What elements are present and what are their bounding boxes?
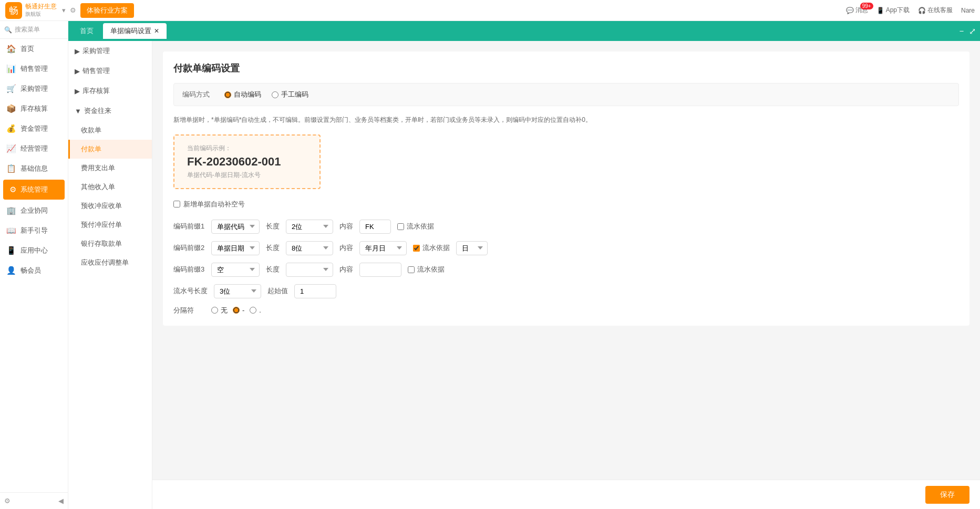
auto-fill-row: 新增单据自动补空号 — [173, 200, 959, 209]
prefix1-serial-check[interactable]: 流水依据 — [397, 222, 434, 231]
manual-code-radio[interactable] — [272, 91, 278, 98]
tab-home[interactable]: 首页 — [73, 23, 101, 39]
auto-code-option[interactable]: 自动编码 — [224, 90, 261, 99]
online-service-label: 在线客服 — [927, 6, 953, 15]
sub-header-capital[interactable]: ▼ 资金往来 — [68, 101, 152, 121]
footer-bar: 保存 — [152, 480, 980, 509]
prefix2-content-select[interactable]: 年月日 年月 年 — [359, 241, 407, 255]
top-bar-right: 💬 消息 99+ 📱 App下载 🎧 在线客服 Nare — [846, 6, 975, 15]
industry-button[interactable]: 体验行业方案 — [80, 3, 134, 18]
sub-item-bank-deposit[interactable]: 银行存取款单 — [68, 234, 152, 253]
sidebar-item-inventory[interactable]: 📦 库存核算 — [0, 99, 68, 119]
messages-button[interactable]: 💬 消息 99+ — [846, 6, 868, 15]
prefix1-select[interactable]: 单据代码 空 单据日期 — [211, 220, 260, 234]
prefix1-label: 编码前缀1 — [173, 222, 205, 231]
online-service-button[interactable]: 🎧 在线客服 — [918, 6, 953, 15]
tab-close-icon[interactable]: ✕ — [154, 27, 159, 35]
search-menu[interactable]: 🔍 搜索菜单 — [0, 21, 68, 39]
sidebar-label-system: 系统管理 — [20, 185, 48, 194]
prefix3-label: 编码前缀3 — [173, 265, 205, 274]
top-bar-mid: ▾ ⚙ 体验行业方案 — [62, 3, 134, 18]
auto-fill-checkbox[interactable] — [173, 201, 180, 207]
prefix1-length-select[interactable]: 2位 4位 6位 — [286, 220, 333, 234]
tab-minimize-icon[interactable]: － — [957, 26, 966, 37]
prefix3-content-input[interactable] — [359, 263, 401, 277]
sub-header-purchase[interactable]: ▶ 采购管理 — [68, 41, 152, 61]
sub-item-prepay-receipt[interactable]: 预收冲应收单 — [68, 196, 152, 215]
sidebar-item-sales[interactable]: 📊 销售管理 — [0, 59, 68, 79]
prefix3-length-label: 长度 — [266, 265, 280, 274]
sep-dot-radio[interactable] — [250, 307, 256, 314]
sep-dash-radio[interactable] — [233, 307, 240, 314]
sub-group-capital: ▼ 资金往来 收款单 付款单 费用支出单 其他收入单 预收冲应收单 预付冲应付单… — [68, 101, 152, 272]
save-button[interactable]: 保存 — [925, 486, 969, 504]
prefix2-serial-check[interactable]: 流水依据 — [413, 243, 450, 253]
sidebar-item-purchase[interactable]: 🛒 采购管理 — [0, 79, 68, 99]
separator-label: 分隔符 — [173, 306, 205, 315]
sidebar-label-apps: 应用中心 — [20, 246, 48, 255]
user-info[interactable]: Nare — [961, 7, 975, 14]
auto-code-radio[interactable] — [224, 91, 231, 98]
page-content: 付款单编码设置 编码方式 自动编码 手工编码 — [152, 41, 980, 480]
guide-icon: 📖 — [6, 226, 16, 235]
sidebar-item-member[interactable]: 👤 畅会员 — [0, 261, 68, 281]
prefix2-length-select[interactable]: 8位 4位 6位 — [286, 241, 333, 255]
sub-item-expense[interactable]: 费用支出单 — [68, 159, 152, 178]
sub-group-inventory: ▶ 库存核算 — [68, 81, 152, 101]
sidebar-item-enterprise[interactable]: 🏢 企业协同 — [0, 201, 68, 221]
sidebar-label-guide: 新手引导 — [20, 226, 48, 235]
sub-header-inventory-label: 库存核算 — [82, 86, 110, 96]
dropdown-icon[interactable]: ▾ — [62, 6, 66, 14]
purchase-icon: 🛒 — [6, 84, 16, 94]
finance-icon: 💰 — [6, 124, 16, 133]
prefix2-select[interactable]: 单据日期 单据代码 空 — [211, 241, 260, 255]
footer-settings-icon[interactable]: ⚙ — [4, 497, 11, 505]
app-download-button[interactable]: 📱 App下载 — [876, 6, 910, 15]
sub-header-sales-label: 销售管理 — [82, 66, 110, 76]
sidebar-item-system[interactable]: ⚙ 系统管理 — [3, 180, 65, 200]
tab-bar: 首页 单据编码设置 ✕ － ⤢ — [68, 21, 980, 41]
sep-dash-option[interactable]: - — [233, 306, 244, 314]
separator-row: 分隔符 无 - — [173, 306, 959, 315]
member-icon: 👤 — [6, 266, 16, 275]
sidebar-item-guide[interactable]: 📖 新手引导 — [0, 221, 68, 241]
sub-item-prepay-payment[interactable]: 预付冲应付单 — [68, 215, 152, 234]
sub-item-receipt[interactable]: 收款单 — [68, 121, 152, 140]
sub-header-inventory[interactable]: ▶ 库存核算 — [68, 81, 152, 101]
prefix1-serial-checkbox[interactable] — [397, 223, 404, 230]
message-badge: 99+ — [860, 3, 873, 9]
serial-length-select[interactable]: 3位 4位 5位 — [214, 284, 261, 298]
prefix3-length-select[interactable] — [286, 263, 333, 277]
tab-serial-setting[interactable]: 单据编码设置 ✕ — [103, 23, 167, 39]
prefix1-content-input[interactable] — [359, 220, 391, 234]
prefix1-length-label: 长度 — [266, 222, 280, 231]
prefix3-serial-check[interactable]: 流水依据 — [408, 265, 445, 274]
sidebar-item-basic[interactable]: 📋 基础信息 — [0, 159, 68, 179]
sub-header-sales[interactable]: ▶ 销售管理 — [68, 61, 152, 81]
brand-logo: 畅 — [5, 2, 22, 19]
prefix2-serial-checkbox[interactable] — [413, 245, 420, 252]
sub-item-ap-adjust[interactable]: 应收应付调整单 — [68, 253, 152, 272]
tab-maximize-icon[interactable]: ⤢ — [969, 26, 976, 36]
sidebar-label-enterprise: 企业协同 — [20, 206, 48, 215]
sidebar-item-home[interactable]: 🏠 首页 — [0, 39, 68, 59]
page-title: 付款单编码设置 — [173, 62, 959, 75]
sub-item-payment[interactable]: 付款单 — [68, 140, 152, 159]
sub-item-other-income[interactable]: 其他收入单 — [68, 178, 152, 196]
sidebar-item-operation[interactable]: 📈 经营管理 — [0, 139, 68, 159]
start-value-input[interactable] — [294, 284, 336, 298]
prefix2-granularity-select[interactable]: 日 月 年 — [456, 241, 488, 255]
sep-none-radio[interactable] — [211, 307, 218, 314]
sidebar-item-apps[interactable]: 📱 应用中心 — [0, 241, 68, 261]
prefix3-select[interactable]: 空 单据代码 单据日期 — [211, 263, 260, 277]
settings-icon[interactable]: ⚙ — [70, 6, 76, 14]
manual-code-option[interactable]: 手工编码 — [272, 90, 308, 99]
sidebar-item-finance[interactable]: 💰 资金管理 — [0, 119, 68, 139]
brand-name: 畅通好生意 — [25, 3, 57, 11]
sep-dot-option[interactable]: . — [250, 306, 261, 314]
tab-home-label: 首页 — [80, 26, 94, 36]
prefix3-serial-checkbox[interactable] — [408, 266, 415, 273]
sep-none-option[interactable]: 无 — [211, 306, 228, 315]
footer-collapse-icon[interactable]: ◀ — [58, 497, 64, 505]
chevron-right-icon: ▶ — [75, 47, 80, 55]
